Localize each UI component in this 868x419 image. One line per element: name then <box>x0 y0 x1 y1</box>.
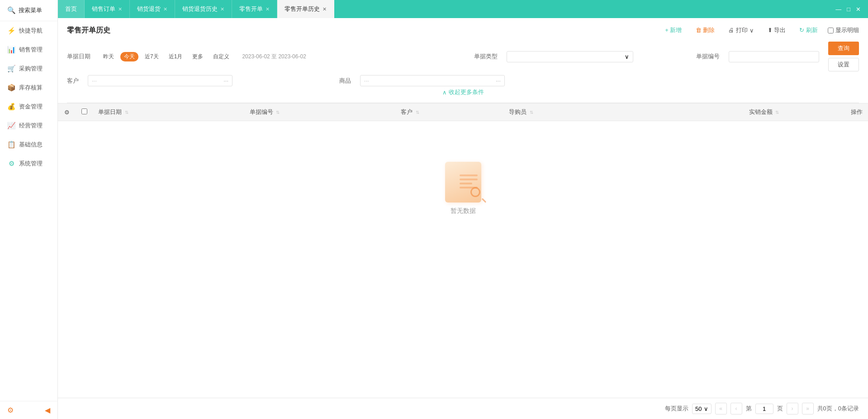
sort-date-icon: ⇅ <box>125 110 128 115</box>
tab-home[interactable]: 首页 <box>58 0 85 18</box>
date-more[interactable]: 更多 <box>189 52 207 61</box>
sidebar-item-basic-info[interactable]: 📋 基础信息 <box>0 135 57 154</box>
per-page-label: 每页显示 <box>665 405 688 413</box>
per-page-select[interactable]: 50 ∨ <box>692 404 711 414</box>
add-button[interactable]: + 新增 <box>661 24 685 36</box>
doc-line-1 <box>460 174 478 176</box>
date-custom[interactable]: 自定义 <box>209 52 233 61</box>
export-button[interactable]: ⬆ 导出 <box>764 24 790 36</box>
prev-page-btn[interactable]: ‹ <box>730 403 742 414</box>
tab-retail-open-history-close[interactable]: ✕ <box>323 6 327 12</box>
delete-button[interactable]: 🗑 删除 <box>692 24 719 36</box>
minimize-btn[interactable]: — <box>835 6 841 13</box>
th-number-label: 单据编号 <box>250 108 273 115</box>
content-area: 零售开单历史 + 新增 🗑 删除 🖨 打印 ∨ ⬆ 导出 <box>58 18 868 419</box>
date-yesterday[interactable]: 昨天 <box>100 52 118 61</box>
doc-line-3 <box>460 183 472 184</box>
show-detail-checkbox[interactable] <box>828 28 834 33</box>
th-guide-label: 导购员 <box>509 108 526 115</box>
table-container: ⚙ 单据日期 ⇅ 单据编号 ⇅ <box>58 104 868 398</box>
tab-sales-return-history-close[interactable]: ✕ <box>220 6 224 12</box>
type-dropdown-arrow: ∨ <box>625 53 629 60</box>
tab-sales-order-close[interactable]: ✕ <box>118 6 122 12</box>
tab-retail-open-close[interactable]: ✕ <box>266 6 270 12</box>
purchase-mgmt-icon: 🛒 <box>7 65 15 73</box>
empty-doc-icon <box>436 157 490 207</box>
tab-sales-return-history[interactable]: 销货退货历史 ✕ <box>175 0 232 18</box>
sidebar-search-label: 搜索菜单 <box>19 6 42 14</box>
number-filter-input[interactable] <box>729 51 819 62</box>
sidebar-item-operation[interactable]: 📈 经营管理 <box>0 116 57 135</box>
first-page-icon: « <box>719 405 722 412</box>
th-check[interactable] <box>76 104 93 121</box>
tab-retail-open[interactable]: 零售开单 ✕ <box>232 0 277 18</box>
sidebar-label: 快捷导航 <box>19 27 43 35</box>
type-filter-label: 单据类型 <box>474 52 498 61</box>
show-detail-toggle[interactable]: 显示明细 <box>828 26 859 34</box>
operation-icon: 📈 <box>7 122 15 130</box>
table-body: 暂无数据 <box>58 121 868 252</box>
query-button[interactable]: 查询 <box>828 42 859 55</box>
print-button[interactable]: 🖨 打印 ∨ <box>725 24 758 36</box>
refresh-label: ↻ 刷新 <box>799 26 818 34</box>
date-today[interactable]: 今天 <box>120 52 138 61</box>
refresh-button[interactable]: ↻ 刷新 <box>796 24 821 36</box>
customer-filter-input[interactable]: ··· <box>88 75 232 86</box>
sidebar-label: 资金管理 <box>19 103 43 111</box>
doc-lines <box>460 174 478 188</box>
sidebar-label: 经营管理 <box>19 122 43 130</box>
tab-retail-open-history[interactable]: 零售开单历史 ✕ <box>277 0 334 18</box>
tab-sales-return-history-label: 销货退货历史 <box>182 5 218 13</box>
goods-filter-input[interactable]: ··· <box>360 75 505 86</box>
date-filter-label: 单据日期 <box>67 52 90 61</box>
tab-sales-order-label: 销售订单 <box>92 5 115 13</box>
sidebar-item-quick-nav[interactable]: ⚡ 快捷导航 <box>0 21 57 40</box>
prev-page-icon: ‹ <box>735 405 737 412</box>
top-nav: 首页 销售订单 ✕ 销货退货 ✕ 销货退货历史 ✕ 零售开单 ✕ 零售开单历史 … <box>58 0 868 18</box>
th-customer[interactable]: 客户 ⇅ <box>395 104 503 121</box>
date-1month[interactable]: 近1月 <box>165 52 186 61</box>
quick-nav-icon: ⚡ <box>7 27 15 35</box>
th-amount[interactable]: 实销金额 ⇅ <box>633 104 785 121</box>
doc-line-2 <box>460 179 478 180</box>
sidebar-nav: ⚡ 快捷导航 📊 销售管理 🛒 采购管理 📦 库存核算 💰 资金管理 📈 经营管… <box>0 21 57 401</box>
type-filter-select[interactable]: ∨ <box>507 51 633 62</box>
collapse-filter-btn[interactable]: ∧ 收起更多条件 <box>67 86 859 98</box>
next-page-btn[interactable]: › <box>787 403 798 414</box>
sidebar-item-sys-mgmt[interactable]: ⚙ 系统管理 <box>0 154 57 173</box>
th-guide[interactable]: 导购员 ⇅ <box>503 104 633 121</box>
sidebar-label: 采购管理 <box>19 65 43 73</box>
sort-number-icon: ⇅ <box>276 110 280 115</box>
tab-sales-return[interactable]: 销货退货 ✕ <box>130 0 175 18</box>
page-number-input[interactable] <box>755 404 773 414</box>
sidebar-search[interactable]: 🔍 搜索菜单 <box>0 0 57 21</box>
th-number[interactable]: 单据编号 ⇅ <box>244 104 396 121</box>
per-page-value: 50 <box>695 405 702 412</box>
settings-icon[interactable]: ⚙ <box>7 406 14 414</box>
select-all-checkbox[interactable] <box>81 108 87 114</box>
th-date[interactable]: 单据日期 ⇅ <box>93 104 244 121</box>
last-page-btn[interactable]: » <box>802 403 814 414</box>
settings-button[interactable]: 设置 <box>828 58 859 71</box>
tab-sales-return-close[interactable]: ✕ <box>163 6 167 12</box>
customer-filter-label: 客户 <box>67 77 79 85</box>
sidebar-item-inventory[interactable]: 📦 库存核算 <box>0 78 57 97</box>
tab-sales-return-label: 销货退货 <box>137 5 161 13</box>
th-action: 操作 <box>784 104 868 121</box>
tab-retail-open-label: 零售开单 <box>239 5 263 13</box>
sidebar-item-purchase-mgmt[interactable]: 🛒 采购管理 <box>0 59 57 78</box>
goods-filter-label: 商品 <box>339 77 351 85</box>
sidebar-label: 基础信息 <box>19 141 43 149</box>
pagination: 每页显示 50 ∨ « ‹ 第 页 › » 共0页，0条记录 <box>58 398 868 419</box>
empty-text: 暂无数据 <box>451 207 476 215</box>
sidebar-item-finance[interactable]: 💰 资金管理 <box>0 97 57 116</box>
collapse-sidebar-icon[interactable]: ◀ <box>45 406 50 414</box>
restore-btn[interactable]: □ <box>847 6 850 13</box>
close-btn[interactable]: ✕ <box>856 6 861 13</box>
date-7days[interactable]: 近7天 <box>141 52 162 61</box>
tab-sales-order[interactable]: 销售订单 ✕ <box>85 0 130 18</box>
next-page-icon: › <box>792 405 793 412</box>
th-settings[interactable]: ⚙ <box>58 104 76 121</box>
sidebar-item-sales-mgmt[interactable]: 📊 销售管理 <box>0 40 57 59</box>
first-page-btn[interactable]: « <box>715 403 727 414</box>
